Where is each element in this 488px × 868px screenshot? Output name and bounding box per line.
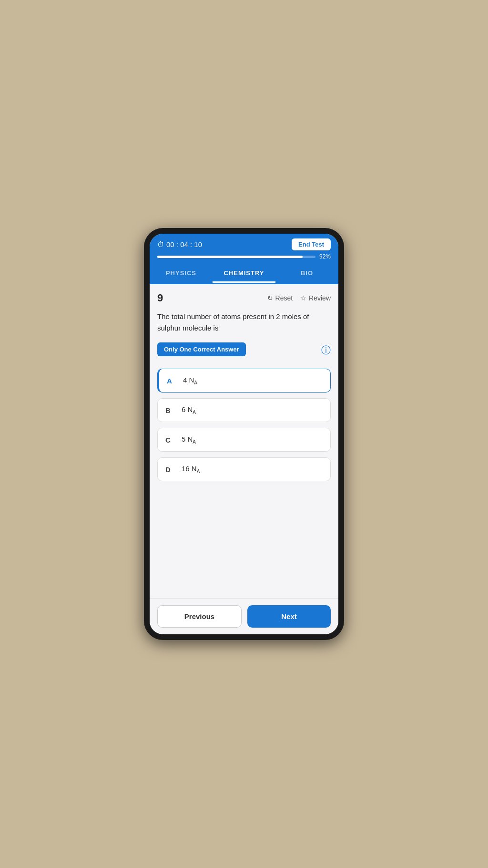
review-label: Review bbox=[309, 294, 331, 302]
bottom-buttons: Previous Next bbox=[150, 598, 338, 634]
phone-device: ⏱ 00 : 04 : 10 End Test 92% PHYSICS CHEM… bbox=[144, 228, 344, 640]
reset-icon: ↻ bbox=[267, 294, 273, 302]
progress-bar-fill bbox=[157, 256, 303, 258]
option-b[interactable]: B 6 NA bbox=[157, 398, 331, 422]
options-list: A 4 NA B 6 NA C 5 NA D 16 NA bbox=[157, 369, 331, 481]
option-c-text: 5 NA bbox=[182, 435, 196, 444]
option-d[interactable]: D 16 NA bbox=[157, 457, 331, 481]
option-c-label: C bbox=[165, 436, 175, 444]
timer-display: ⏱ 00 : 04 : 10 bbox=[157, 240, 202, 248]
option-d-text: 16 NA bbox=[182, 465, 200, 474]
next-button[interactable]: Next bbox=[247, 605, 331, 628]
tab-chemistry[interactable]: CHEMISTRY bbox=[213, 265, 275, 283]
header-actions: ↻ Reset ☆ Review bbox=[267, 294, 331, 302]
timer-value: 00 : 04 : 10 bbox=[166, 240, 202, 248]
question-text: The total number of atoms present in 2 m… bbox=[157, 311, 331, 334]
end-test-button[interactable]: End Test bbox=[292, 238, 331, 250]
badge-row: Only One Correct Answer ⓘ bbox=[157, 342, 331, 359]
content-area: 9 ↻ Reset ☆ Review The total number of a… bbox=[150, 284, 338, 598]
question-header: 9 ↻ Reset ☆ Review bbox=[157, 292, 331, 304]
timer-icon: ⏱ bbox=[157, 240, 164, 248]
option-b-text: 6 NA bbox=[182, 405, 196, 415]
phone-screen: ⏱ 00 : 04 : 10 End Test 92% PHYSICS CHEM… bbox=[150, 234, 338, 634]
question-number: 9 bbox=[157, 292, 163, 304]
progress-bar-background bbox=[157, 256, 315, 258]
option-a-text: 4 NA bbox=[183, 376, 197, 385]
option-d-label: D bbox=[165, 465, 175, 474]
subject-tabs: PHYSICS CHEMISTRY BIO bbox=[150, 265, 338, 284]
tab-biology[interactable]: BIO bbox=[275, 265, 338, 283]
review-button[interactable]: ☆ Review bbox=[300, 294, 331, 302]
previous-button[interactable]: Previous bbox=[157, 605, 242, 628]
tab-physics[interactable]: PHYSICS bbox=[150, 265, 213, 283]
reset-label: Reset bbox=[275, 294, 293, 302]
option-a-label: A bbox=[167, 377, 176, 385]
option-a[interactable]: A 4 NA bbox=[157, 369, 331, 393]
option-b-label: B bbox=[165, 406, 175, 414]
review-icon: ☆ bbox=[300, 294, 306, 302]
progress-percent: 92% bbox=[319, 253, 331, 260]
top-bar: ⏱ 00 : 04 : 10 End Test 92% bbox=[150, 234, 338, 265]
reset-button[interactable]: ↻ Reset bbox=[267, 294, 293, 302]
info-icon[interactable]: ⓘ bbox=[321, 344, 331, 357]
option-c[interactable]: C 5 NA bbox=[157, 428, 331, 452]
answer-type-badge: Only One Correct Answer bbox=[157, 342, 246, 356]
